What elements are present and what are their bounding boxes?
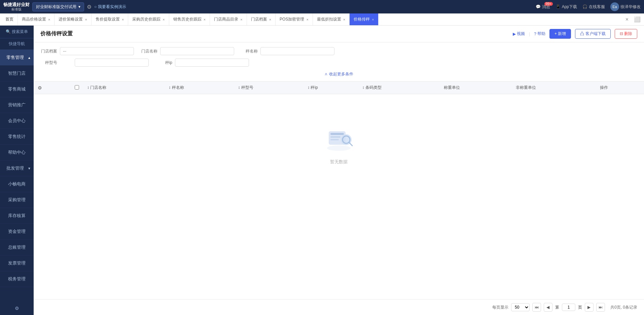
- sidebar-item-retail-stats[interactable]: 零售统计: [0, 129, 34, 145]
- th-non-weight-unit: 非称重单位: [512, 81, 596, 94]
- sidebar-item-label: 总账管理: [3, 244, 31, 250]
- app-download-label: App下载: [562, 4, 577, 10]
- scale-ip-label: 秤ip: [155, 60, 172, 66]
- user-initials: Ea: [612, 5, 617, 9]
- filter-scale-model: 秤型号: [40, 59, 149, 67]
- tab-close-icon[interactable]: ×: [372, 18, 374, 22]
- content-area: 价格传秤设置 ▶ 视频 | ? 帮助 + 新增 凸 客户端下载 ⊟: [34, 26, 644, 315]
- download-button[interactable]: 凸 客户端下载: [575, 29, 610, 39]
- help-label: 帮助: [537, 31, 545, 37]
- sidebar-item-retail-mall[interactable]: 零售商城: [0, 81, 34, 97]
- collapse-button[interactable]: ∧ 收起更多条件: [324, 71, 353, 77]
- sidebar-item-wholesale[interactable]: 批发管理▼: [0, 161, 34, 176]
- sidebar-item-inventory[interactable]: 库存核算: [0, 208, 34, 224]
- tab-purchase-history[interactable]: 采购历史价跟踪×: [128, 13, 169, 26]
- scale-model-input[interactable]: [75, 59, 149, 67]
- demo-link[interactable]: ○ 我要看实例演示: [94, 4, 126, 10]
- sidebar-item-tax[interactable]: 税务管理: [0, 271, 34, 287]
- sidebar-item-member[interactable]: 会员中心: [0, 113, 34, 129]
- tab-close-icon[interactable]: ×: [269, 18, 271, 22]
- tab-pos-encrypt[interactable]: POS加密管理×: [276, 13, 313, 26]
- first-page-button[interactable]: ⏮: [532, 303, 541, 312]
- next-page-button[interactable]: ▶: [585, 303, 594, 312]
- th-scale-name: ↕ 秤名称: [165, 81, 234, 94]
- prev-page-button[interactable]: ◀: [544, 303, 552, 312]
- add-button[interactable]: + 新增: [549, 29, 571, 39]
- demo-icon: ○: [94, 4, 97, 9]
- th-non-weight-unit-label: 非称重单位: [516, 85, 536, 91]
- user-name: 徐泽华修改: [620, 4, 641, 10]
- sidebar-item-ecommerce[interactable]: 小畅电商: [0, 176, 34, 192]
- page-total: 共0页, 0条记录: [610, 305, 637, 310]
- version-selector[interactable]: 好业财标准版交付试用 ▾: [32, 2, 84, 11]
- sidebar-item-help[interactable]: 帮助中心: [0, 145, 34, 161]
- chevron-icon: ▼: [28, 167, 31, 170]
- maximize-button[interactable]: ⬜: [632, 15, 643, 23]
- filter-scale-ip: 秤ip: [155, 59, 249, 67]
- tab-purchase-strategy[interactable]: 进价策略设置×: [55, 13, 91, 26]
- delete-button[interactable]: ⊟ 删除: [615, 29, 637, 39]
- tab-min-discount[interactable]: 最低折扣设置×: [313, 13, 350, 26]
- tab-close-icon[interactable]: ×: [85, 18, 87, 22]
- tab-home[interactable]: 首页: [1, 13, 18, 26]
- scale-ip-input[interactable]: [175, 59, 249, 67]
- user-area[interactable]: Ea 徐泽华修改: [610, 2, 641, 11]
- store-profile-select[interactable]: ···: [60, 47, 134, 55]
- tab-sale-price[interactable]: 售价提取设置×: [92, 13, 128, 26]
- tab-price-transfer[interactable]: 价格传秤×: [350, 13, 378, 26]
- page-label-pre: 算: [555, 305, 559, 310]
- divider: |: [529, 31, 530, 36]
- sidebar-settings-button[interactable]: ⚙: [0, 302, 34, 315]
- tab-close-icon[interactable]: ×: [240, 18, 242, 22]
- online-service-button[interactable]: 🎧 在线客服: [582, 4, 605, 10]
- logo-area: 畅捷通好业财 标准版: [3, 2, 30, 11]
- sidebar-search[interactable]: 🔍 搜索菜单: [0, 26, 34, 38]
- select-all-checkbox[interactable]: [75, 85, 79, 90]
- th-weight-unit-label: 称重单位: [444, 85, 460, 91]
- app-download-button[interactable]: 📱 App下载: [556, 4, 577, 10]
- collapse-label: ∧ 收起更多条件: [324, 71, 353, 77]
- last-page-button[interactable]: ⏭: [596, 303, 605, 312]
- sidebar-item-label: 帮助中心: [3, 149, 31, 155]
- store-name-input[interactable]: [160, 47, 234, 55]
- tab-close-icon[interactable]: ×: [163, 18, 165, 22]
- sidebar-item-label: 批发管理: [3, 165, 28, 171]
- sidebar-item-smart-store[interactable]: 智慧门店: [0, 66, 34, 81]
- sidebar-item-label: 零售管理: [3, 55, 28, 61]
- per-page-select[interactable]: 50 10 20 100: [511, 303, 530, 311]
- th-settings[interactable]: ⚙: [34, 81, 71, 94]
- tab-close-icon[interactable]: ×: [48, 18, 50, 22]
- page-header-actions: ▶ 视频 | ? 帮助 + 新增 凸 客户端下载 ⊟ 删除: [513, 29, 637, 39]
- help-link[interactable]: ? 帮助: [534, 31, 545, 37]
- download-label: 凸 客户端下载: [580, 31, 605, 37]
- video-link[interactable]: ▶ 视频: [513, 31, 525, 37]
- tab-store-profile[interactable]: 门店档案×: [247, 13, 276, 26]
- sidebar-item-invoice[interactable]: 发票管理: [0, 255, 34, 271]
- tab-store-catalog[interactable]: 门店商品目录×: [210, 13, 247, 26]
- delete-label: ⊟ 删除: [620, 31, 632, 37]
- tab-close-icon[interactable]: ×: [306, 18, 308, 22]
- page-number-input[interactable]: [562, 304, 575, 311]
- settings-icon[interactable]: ⚙: [87, 4, 92, 10]
- tabs-bar: 首页商品价格设置×进价策略设置×售价提取设置×采购历史价跟踪×销售历史价跟踪×门…: [0, 13, 644, 26]
- sidebar-item-label: 会员中心: [3, 118, 31, 124]
- sidebar-item-finance[interactable]: 资金管理: [0, 224, 34, 240]
- tab-price-setting[interactable]: 商品价格设置×: [18, 13, 55, 26]
- message-button[interactable]: 💬 消息 99+: [536, 4, 550, 10]
- th-scale-name-label: ↕ 秤名称: [169, 85, 184, 91]
- sidebar-item-purchase[interactable]: 采购管理: [0, 192, 34, 208]
- close-all-tabs-button[interactable]: ×: [623, 16, 631, 23]
- tab-close-icon[interactable]: ×: [204, 18, 206, 22]
- sidebar-item-general-ledger[interactable]: 总账管理: [0, 240, 34, 255]
- scale-name-label: 秤名称: [241, 48, 258, 54]
- tab-close-icon[interactable]: ×: [343, 18, 345, 22]
- tab-close-icon[interactable]: ×: [122, 18, 124, 22]
- sidebar-item-retail[interactable]: 零售管理▲: [0, 50, 34, 66]
- scale-name-input[interactable]: [260, 47, 334, 55]
- sidebar-item-marketing[interactable]: 营销推广: [0, 97, 34, 113]
- svg-rect-4: [330, 139, 339, 140]
- quick-nav-label: 快捷导航: [9, 41, 25, 46]
- tab-sale-history[interactable]: 销售历史价跟踪×: [169, 13, 210, 26]
- sidebar-quick-nav[interactable]: 快捷导航: [0, 38, 34, 50]
- top-bar: 畅捷通好业财 标准版 好业财标准版交付试用 ▾ ⚙ ○ 我要看实例演示 💬 消息…: [0, 0, 644, 13]
